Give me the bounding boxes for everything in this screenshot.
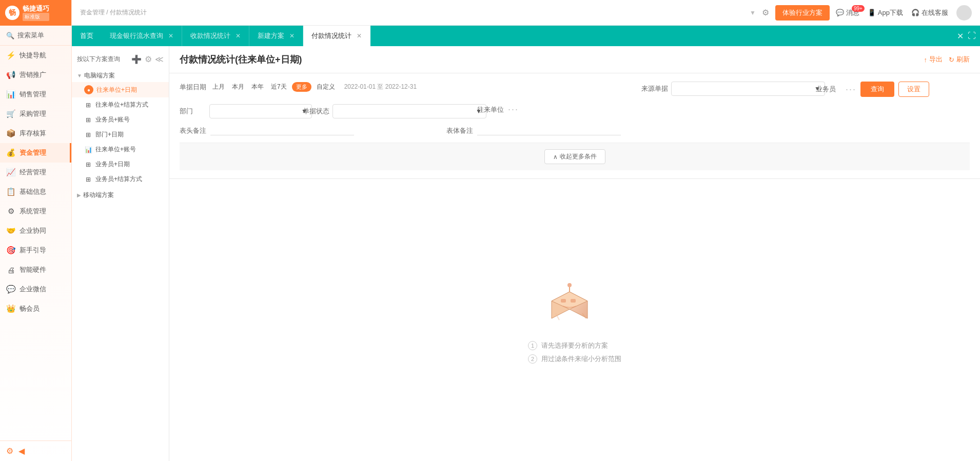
phone-icon: 📱 [868,9,876,16]
left-panel-header: 按以下方案查询 ➕ ⚙ ≪ [72,51,169,67]
sidebar-item-system[interactable]: ⚙ 系统管理 [0,202,71,221]
tab-income[interactable]: 收款情况统计 ✕ [182,26,249,46]
logo-icon: 畅 [5,6,19,20]
operations-icon: 📈 [6,168,15,177]
tab-bank-close[interactable]: ✕ [168,32,173,39]
tab-close-all-btn[interactable]: ✕ [957,31,964,41]
page-actions: ↑ 导出 ↻ 刷新 [924,55,970,64]
svg-rect-4 [571,299,576,303]
sidebar-item-marketing[interactable]: 📢 营销推广 [0,65,71,85]
svg-point-6 [567,283,572,287]
sidebar-item-wechat[interactable]: 💬 企业微信 [0,279,71,299]
tab-bank[interactable]: 现金银行流水查询 ✕ [102,26,182,46]
trial-btn[interactable]: 体验行业方案 [775,5,830,21]
desktop-group-header[interactable]: ▼ 电脑端方案 [72,69,169,82]
schema-settings-btn[interactable]: ⚙ [145,54,152,64]
left-panel: 按以下方案查询 ➕ ⚙ ≪ ▼ 电脑端方案 ● 往来单位+日期 ⊞ 往来单位+结… [72,46,169,461]
refresh-btn[interactable]: ↻ 刷新 [949,55,970,64]
quick-nav-icon: ⚡ [6,51,15,60]
schema-item-counterpart-date[interactable]: ● 往来单位+日期 [72,82,169,97]
header-note-input[interactable] [210,126,354,135]
schema-item-salesperson-date[interactable]: ⊞ 业务员+日期 [72,157,169,172]
user-avatar[interactable] [956,5,972,21]
empty-illustration [541,276,608,333]
topbar-gear-icon[interactable]: ⚙ [762,8,769,17]
svg-rect-3 [561,299,566,303]
capital-icon: 💰 [6,148,15,157]
filter-row-3: 表头备注 表体备注 [180,126,970,135]
left-panel-actions: ➕ ⚙ ≪ [131,54,164,64]
date-btn-this-month[interactable]: 本月 [230,82,246,92]
schema-item-dept-date[interactable]: ⊞ 部门+日期 [72,127,169,142]
dept-select[interactable]: ▼ [209,104,312,118]
sidebar-item-quick-nav[interactable]: ⚡ 快捷导航 [0,46,71,65]
msg-btn[interactable]: 💬 消息 99+ [836,8,859,17]
settings-icon[interactable]: ⚙ [6,446,13,456]
marketing-icon: 📢 [6,70,15,79]
tab-home[interactable]: 首页 [72,26,102,46]
sidebar-item-inventory[interactable]: 📦 库存核算 [0,124,71,143]
mobile-schema-group: ▶ 移动端方案 [72,189,169,202]
counterpart-dots[interactable]: ··· [508,104,519,115]
refresh-icon: ↻ [949,56,954,64]
sidebar-item-basic[interactable]: 📋 基础信息 [0,182,71,202]
sidebar-item-sales[interactable]: 📊 销售管理 [0,85,71,104]
filter-area: 单据日期 上月 本月 本年 近7天 更多 自定义 2022-01-01 至 20… [169,73,980,179]
collapse-sidebar-icon[interactable]: ◀ [18,446,25,456]
panel-collapse-btn[interactable]: ≪ [155,54,164,64]
tab-new-plan-close[interactable]: ✕ [289,32,295,39]
date-btn-last-month[interactable]: 上月 [210,82,227,92]
date-btn-more[interactable]: 更多 [292,82,311,92]
add-schema-btn[interactable]: ➕ [131,54,142,64]
sidebar-search[interactable]: 🔍 搜索菜单 [0,26,71,46]
salesperson-settlement-icon: ⊞ [84,175,92,184]
collapse-more-btn[interactable]: ∧ 收起更多条件 [544,149,605,164]
empty-tip-2: 2 用过滤条件来缩小分析范围 [528,354,621,364]
counterpart-date-active-dot: ● [84,85,93,94]
counterpart-account-icon: 📊 [84,146,92,154]
export-btn[interactable]: ↑ 导出 [924,55,943,64]
doc-status-select[interactable]: ▼ [332,104,486,118]
schema-item-counterpart-account[interactable]: 📊 往来单位+账号 [72,142,169,157]
sidebar-item-capital[interactable]: 💰 资金管理 [0,143,71,163]
date-btn-this-year[interactable]: 本年 [249,82,266,92]
sidebar-item-operations[interactable]: 📈 经营管理 [0,163,71,182]
sidebar-logo: 畅 畅捷通巧 标准版 [0,0,71,26]
schema-item-salesperson-settlement[interactable]: ⊞ 业务员+结算方式 [72,172,169,187]
salesperson-date-icon: ⊞ [84,161,92,169]
source-select[interactable]: ▼ [671,82,825,96]
content-area: 按以下方案查询 ➕ ⚙ ≪ ▼ 电脑端方案 ● 往来单位+日期 ⊞ 往来单位+结… [72,46,980,461]
filter-doc-status: 单据状态 ▼ [303,104,467,118]
tab-payment-stats[interactable]: 付款情况统计 ✕ [303,26,370,46]
body-note-input[interactable] [477,126,621,135]
sidebar-item-purchase[interactable]: 🛒 采购管理 [0,104,71,124]
query-btn[interactable]: 查询 [860,82,894,97]
tab-income-close[interactable]: ✕ [236,32,241,39]
mobile-group-header[interactable]: ▶ 移动端方案 [72,189,169,202]
member-icon: 👑 [6,304,15,313]
schema-item-counterpart-settlement[interactable]: ⊞ 往来单位+结算方式 [72,97,169,112]
date-range[interactable]: 2022-01-01 至 2022-12-31 [344,83,417,91]
guide-icon: 🎯 [6,246,15,255]
collapse-area: ∧ 收起更多条件 [180,143,970,170]
app-download-btn[interactable]: 📱 App下载 [868,8,903,17]
collapse-icon: ∧ [553,153,558,161]
date-btn-7days[interactable]: 近7天 [269,82,289,92]
service-btn[interactable]: 🎧 在线客服 [911,8,948,17]
salesperson-dots[interactable]: ··· [846,84,856,95]
schema-item-salesperson-account[interactable]: ⊞ 业务员+账号 [72,112,169,127]
settings-btn[interactable]: 设置 [898,82,929,97]
arrow-right-icon: ▶ [77,192,81,198]
sidebar-item-guide[interactable]: 🎯 新手引导 [0,240,71,260]
sidebar-item-hardware[interactable]: 🖨 智能硬件 [0,260,71,279]
tab-expand-btn[interactable]: ⛶ [968,31,976,41]
empty-tip-1: 1 请先选择要分析的方案 [528,341,621,350]
tab-new-plan[interactable]: 新建方案 ✕ [249,26,303,46]
sidebar-item-member[interactable]: 👑 畅会员 [0,299,71,318]
sidebar-item-enterprise[interactable]: 🤝 企业协同 [0,221,71,240]
date-btn-custom[interactable]: 自定义 [315,82,337,92]
desktop-schema-group: ▼ 电脑端方案 ● 往来单位+日期 ⊞ 往来单位+结算方式 ⊞ 业务员+账号 ⊞… [72,69,169,187]
tabbar: 首页 现金银行流水查询 ✕ 收款情况统计 ✕ 新建方案 ✕ 付款情况统计 ✕ ✕… [72,26,980,46]
tab-payment-stats-close[interactable]: ✕ [357,32,362,39]
topbar: 资金管理 / 付款情况统计 ▼ ⚙ 体验行业方案 💬 消息 99+ 📱 App下… [72,0,980,26]
